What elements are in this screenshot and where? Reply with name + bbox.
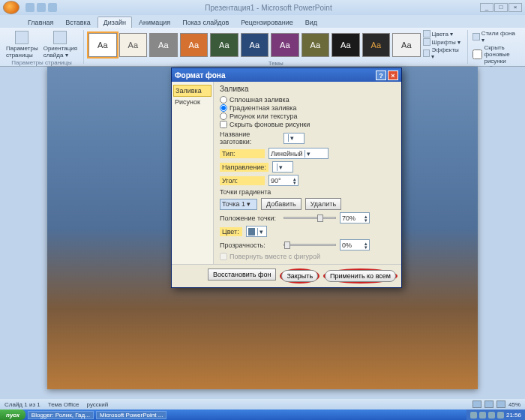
add-stop-button[interactable]: Добавить <box>261 198 302 210</box>
effects-button[interactable]: Эффекты ▾ <box>423 46 464 60</box>
preset-label: Название заготовки: <box>220 130 280 146</box>
tray-icon[interactable] <box>488 412 495 418</box>
color-label: Цвет: <box>220 227 242 236</box>
save-icon[interactable] <box>26 3 34 12</box>
delete-stop-button[interactable]: Удалить <box>305 198 341 210</box>
tray-icon[interactable] <box>479 412 486 418</box>
theme-thumb[interactable]: Aa <box>392 33 421 57</box>
quick-access-toolbar <box>26 3 57 12</box>
theme-thumb[interactable]: Aa <box>119 33 148 57</box>
theme-thumb[interactable]: Aa <box>180 33 208 57</box>
angle-spinner[interactable]: 90°▴▾ <box>268 175 298 186</box>
hide-bg-checkbox[interactable]: Скрыть фоновые рисунки <box>472 44 516 64</box>
dialog-sidebar: Заливка Рисунок <box>172 82 214 264</box>
transparency-slider[interactable] <box>284 244 336 246</box>
bg-styles-icon <box>472 33 479 40</box>
preset-combo[interactable]: ▾ <box>284 133 304 144</box>
view-slideshow-button[interactable] <box>496 400 506 408</box>
zoom-level[interactable]: 45% <box>508 401 520 408</box>
theme-thumb[interactable]: Aa <box>302 33 330 57</box>
ribbon: Параметры страницы Ориентация слайда ▾ П… <box>0 28 525 67</box>
clock[interactable]: 21:56 <box>506 412 521 418</box>
dialog-help-button[interactable]: ? <box>376 70 386 80</box>
view-normal-button[interactable] <box>472 400 482 408</box>
theme-thumb[interactable]: Aa <box>332 33 360 57</box>
effects-icon <box>423 50 430 57</box>
fill-heading: Заливка <box>220 85 395 93</box>
view-sorter-button[interactable] <box>484 400 494 408</box>
language[interactable]: русский <box>87 401 109 408</box>
radio-picture[interactable] <box>220 112 227 120</box>
direction-combo[interactable]: ▾ <box>272 161 293 172</box>
start-button[interactable]: пуск <box>0 410 26 420</box>
position-slider[interactable] <box>284 217 336 219</box>
office-button[interactable] <box>3 1 20 14</box>
orientation-button[interactable]: Ориентация слайда ▾ <box>42 30 79 59</box>
tab-review[interactable]: Рецензирование <box>236 17 298 28</box>
theme-name: Тема Office <box>48 401 80 408</box>
sidebar-item-fill[interactable]: Заливка <box>173 85 212 97</box>
dialog-titlebar[interactable]: Формат фона ? × <box>172 68 401 82</box>
dialog-close-button[interactable]: × <box>388 70 398 80</box>
ribbon-group-background: Стили фона ▾ Скрыть фоновые рисунки Фон <box>472 30 520 64</box>
ribbon-group-themes: Aa Aa Aa Aa Aa Aa Aa Aa Aa Aa Aa Цвета ▾… <box>88 30 468 64</box>
ribbon-tabs: Главная Вставка Дизайн Анимация Показ сл… <box>0 15 525 28</box>
minimize-button[interactable]: _ <box>480 3 494 12</box>
tab-view[interactable]: Вид <box>300 17 322 28</box>
radio-solid[interactable] <box>220 96 227 104</box>
theme-options: Цвета ▾ Шрифты ▾ Эффекты ▾ <box>423 30 464 60</box>
chevron-down-icon: ▾ <box>257 228 265 236</box>
close-dialog-button[interactable]: Закрыть <box>281 270 318 282</box>
stop-combo[interactable]: Точка 1 ▾ <box>220 199 257 210</box>
tab-animation[interactable]: Анимация <box>134 17 176 28</box>
tab-slideshow[interactable]: Показ слайдов <box>177 17 234 28</box>
ribbon-group-page: Параметры страницы Ориентация слайда ▾ П… <box>4 30 84 64</box>
close-button[interactable]: × <box>508 3 522 12</box>
theme-thumb[interactable]: Aa <box>88 33 117 57</box>
page-setup-button[interactable]: Параметры страницы <box>4 30 40 59</box>
chevron-down-icon: ▾ <box>288 134 296 142</box>
tab-home[interactable]: Главная <box>22 17 58 28</box>
tab-insert[interactable]: Вставка <box>60 17 95 28</box>
sidebar-item-picture[interactable]: Рисунок <box>173 97 212 107</box>
undo-icon[interactable] <box>37 3 46 12</box>
group-label-page: Параметры страницы <box>4 59 79 66</box>
apply-all-button[interactable]: Применить ко всем <box>325 270 396 282</box>
theme-thumb[interactable]: Aa <box>210 33 238 57</box>
fonts-icon <box>423 38 430 46</box>
transparency-label: Прозрачность: <box>220 242 280 249</box>
status-bar: Слайд 1 из 1 Тема Office русский 45% <box>0 399 525 410</box>
radio-gradient[interactable] <box>220 104 227 112</box>
checkbox-hide-bg[interactable] <box>220 121 227 128</box>
chevron-down-icon: ▾ <box>304 150 312 158</box>
checkbox-rotate <box>220 253 227 260</box>
direction-label: Направление: <box>220 163 268 172</box>
theme-thumb[interactable]: Aa <box>149 33 178 57</box>
tray-icon[interactable] <box>497 412 504 418</box>
fonts-button[interactable]: Шрифты ▾ <box>423 38 464 46</box>
taskbar-item[interactable]: Microsoft PowerPoint ... <box>96 411 166 419</box>
color-swatch-icon <box>248 228 255 236</box>
transparency-spinner[interactable]: 0%▴▾ <box>340 239 370 250</box>
tab-design[interactable]: Дизайн <box>98 16 132 28</box>
type-combo[interactable]: Линейный▾ <box>268 148 328 159</box>
bg-styles-button[interactable]: Стили фона ▾ <box>472 30 516 44</box>
window-title: Презентация1 - Microsoft PowerPoint <box>57 4 480 12</box>
colors-button[interactable]: Цвета ▾ <box>423 30 464 38</box>
page-setup-icon <box>15 31 28 44</box>
position-spinner[interactable]: 70%▴▾ <box>340 212 370 224</box>
reset-bg-button[interactable]: Восстановить фон <box>208 268 277 280</box>
taskbar-item[interactable]: Blogger: Ролик, Гад... <box>28 411 94 419</box>
dialog-title: Формат фона <box>175 71 374 80</box>
slide-count: Слайд 1 из 1 <box>4 401 40 408</box>
system-tray: 21:56 <box>466 410 525 420</box>
theme-thumb[interactable]: Aa <box>241 33 269 57</box>
maximize-button[interactable]: □ <box>494 3 508 12</box>
redo-icon[interactable] <box>48 3 57 12</box>
color-picker[interactable]: ▾ <box>246 226 267 237</box>
theme-thumb[interactable]: Aa <box>362 33 391 57</box>
tray-icon[interactable] <box>470 412 477 418</box>
theme-thumb[interactable]: Aa <box>271 33 299 57</box>
orientation-icon <box>53 31 67 44</box>
taskbar: пуск Blogger: Ролик, Гад... Microsoft Po… <box>0 410 525 420</box>
